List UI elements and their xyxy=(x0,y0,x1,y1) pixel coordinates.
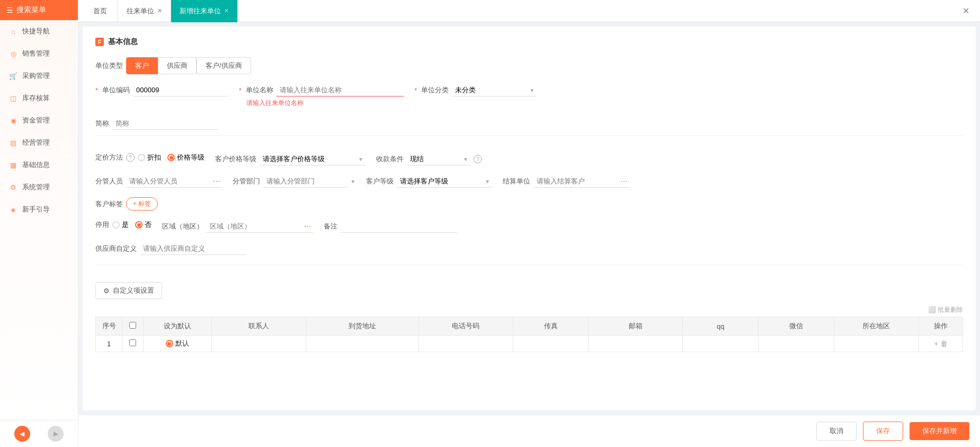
manager-dots[interactable]: ··· xyxy=(211,177,222,186)
pricing-row: 定价方法 ? 折扣 价格等级 客户价格等级 请选择 xyxy=(95,153,963,165)
payment-wrapper: 现结 ▼ xyxy=(407,153,470,165)
contact-table: 序号 设为默认 联系人 到货地址 电话号码 传真 邮箱 qq 微信 所在地区 操… xyxy=(95,317,963,352)
sidebar-item-label: 系统管理 xyxy=(22,182,50,192)
row-checkbox[interactable] xyxy=(129,339,136,346)
sidebar-bottom-btn2[interactable]: ▶ xyxy=(48,426,64,442)
sidebar-item-label: 库存核算 xyxy=(22,93,50,103)
sidebar-item-label: 资金管理 xyxy=(22,116,50,125)
pricing-discount-radio[interactable]: 折扣 xyxy=(138,153,161,162)
sidebar-item-label: 经营管理 xyxy=(22,138,50,147)
unit-category-label: 单位分类 xyxy=(421,85,449,95)
unit-code-group: * 单位编码 xyxy=(95,84,228,97)
save-button[interactable]: 保存 xyxy=(863,422,903,441)
region-input-wrapper: ··· xyxy=(207,220,313,233)
region-table-input[interactable] xyxy=(858,340,895,348)
cancel-button[interactable]: 取消 xyxy=(816,422,857,441)
th-phone: 电话号码 xyxy=(418,317,513,336)
sidebar-item-sales[interactable]: ◎ 销售管理 xyxy=(0,42,78,65)
unit-name-input[interactable] xyxy=(277,84,404,97)
pricing-discount-label: 折扣 xyxy=(147,153,161,162)
customer-price-select[interactable]: 请选择客户价格等级 xyxy=(260,153,366,165)
phone-input[interactable] xyxy=(444,340,487,348)
row-delete-button[interactable]: 🗑 xyxy=(940,339,948,348)
type-btn-supplier[interactable]: 供应商 xyxy=(158,57,197,74)
pricing-label: 定价方法 xyxy=(95,153,123,162)
row-add-button[interactable]: + xyxy=(934,339,938,348)
customer-level-group: 客户等级 请选择客户等级 ▼ xyxy=(366,175,492,188)
settlement-dots[interactable]: ··· xyxy=(618,177,629,186)
td-seq: 1 xyxy=(96,336,122,352)
pricing-level-radio[interactable]: 价格等级 xyxy=(167,153,204,162)
sidebar-item-guide[interactable]: ◈ 新手引导 xyxy=(0,198,78,221)
th-default: 设为默认 xyxy=(144,317,212,336)
unit-type-row: 单位类型 客户 供应商 客户/供应商 xyxy=(95,57,963,74)
contact-input[interactable] xyxy=(237,340,280,348)
manager-row: 分管人员 ··· 分管部门 ▼ 客户等级 请选择客户等级 xyxy=(95,175,963,188)
sidebar-item-system[interactable]: ⚙ 系统管理 xyxy=(0,176,78,198)
table-header-checkbox[interactable] xyxy=(129,322,136,329)
sidebar-item-finance[interactable]: ◉ 资金管理 xyxy=(0,109,78,132)
tab-units-close[interactable]: ✕ xyxy=(157,7,162,14)
type-btn-both[interactable]: 客户/供应商 xyxy=(197,57,251,74)
td-qq xyxy=(683,336,759,352)
abbr-input[interactable] xyxy=(112,117,218,130)
wechat-input[interactable] xyxy=(780,340,812,348)
th-wechat: 微信 xyxy=(759,317,834,336)
sidebar-item-basic[interactable]: ▦ 基础信息 xyxy=(0,154,78,176)
customer-level-label: 客户等级 xyxy=(366,177,394,186)
email-input[interactable] xyxy=(614,340,657,348)
settlement-input[interactable] xyxy=(533,175,618,187)
settings-button[interactable]: ⚙ 自定义项设置 xyxy=(95,282,162,299)
unit-code-input[interactable] xyxy=(133,84,228,97)
save-new-button[interactable]: 保存并新增 xyxy=(910,422,969,440)
customer-level-select[interactable]: 请选择客户等级 xyxy=(397,175,492,188)
td-action: + 🗑 xyxy=(919,336,963,352)
sidebar-item-inventory[interactable]: ◫ 库存核算 xyxy=(0,87,78,109)
unit-category-select[interactable]: 未分类 xyxy=(452,84,537,97)
qq-input[interactable] xyxy=(705,340,736,348)
unit-code-required: * xyxy=(95,86,98,94)
footer-bar: 取消 保存 保存并新增 xyxy=(78,415,980,447)
th-checkbox xyxy=(122,317,144,336)
fax-input[interactable] xyxy=(535,340,567,348)
supplier-custom-input[interactable] xyxy=(140,242,246,255)
type-btn-customer[interactable]: 客户 xyxy=(126,57,158,74)
sidebar-item-label: 快捷导航 xyxy=(22,27,50,36)
payment-select[interactable]: 现结 xyxy=(407,153,470,165)
tab-new-unit[interactable]: 新增往来单位 ✕ xyxy=(171,0,238,22)
department-input[interactable] xyxy=(263,175,348,188)
tab-units-label: 往来单位 xyxy=(127,6,154,16)
sidebar-item-operation[interactable]: ▤ 经营管理 xyxy=(0,132,78,154)
address-input[interactable] xyxy=(336,340,389,348)
th-contact: 联系人 xyxy=(211,317,306,336)
unit-category-group: * 单位分类 未分类 ▼ xyxy=(414,84,537,97)
region-dots[interactable]: ··· xyxy=(302,222,313,231)
region-input[interactable] xyxy=(207,220,302,232)
sidebar-item-purchase[interactable]: 🛒 采购管理 xyxy=(0,65,78,87)
unit-category-required: * xyxy=(414,86,417,94)
sidebar-item-quick-nav[interactable]: ⌂ 快捷导航 xyxy=(0,20,78,42)
sidebar-item-label: 新手引导 xyxy=(22,205,50,214)
unit-type-group: 单位类型 客户 供应商 客户/供应商 xyxy=(95,57,251,74)
tab-home[interactable]: 首页 xyxy=(83,0,118,22)
row-default-radio[interactable]: 默认 xyxy=(149,339,206,348)
manager-input[interactable] xyxy=(126,175,211,187)
abbr-group: 简称 xyxy=(95,117,218,130)
disabled-yes-radio[interactable]: 是 xyxy=(112,220,129,230)
unit-name-label: 单位名称 xyxy=(246,85,273,95)
disabled-no-radio[interactable]: 否 xyxy=(135,220,152,230)
payment-help-icon[interactable]: ? xyxy=(474,155,482,163)
sidebar-bottom-btn1[interactable]: ◀ xyxy=(14,426,30,442)
tab-new-unit-close[interactable]: ✕ xyxy=(224,7,229,14)
unit-name-error: 请输入往来单位名称 xyxy=(246,99,304,108)
td-phone xyxy=(418,336,513,352)
system-icon: ⚙ xyxy=(8,182,18,192)
tab-units[interactable]: 往来单位 ✕ xyxy=(118,0,171,22)
tag-add-button[interactable]: + 标签 xyxy=(126,197,158,211)
td-default: 默认 xyxy=(144,336,212,352)
sidebar-search[interactable]: ☰ 搜索菜单 xyxy=(0,0,78,20)
window-close-button[interactable]: ✕ xyxy=(956,6,976,16)
remark-input[interactable] xyxy=(341,220,457,233)
pricing-help-icon[interactable]: ? xyxy=(126,153,135,162)
batch-delete-label[interactable]: 批量删除 xyxy=(938,306,963,313)
